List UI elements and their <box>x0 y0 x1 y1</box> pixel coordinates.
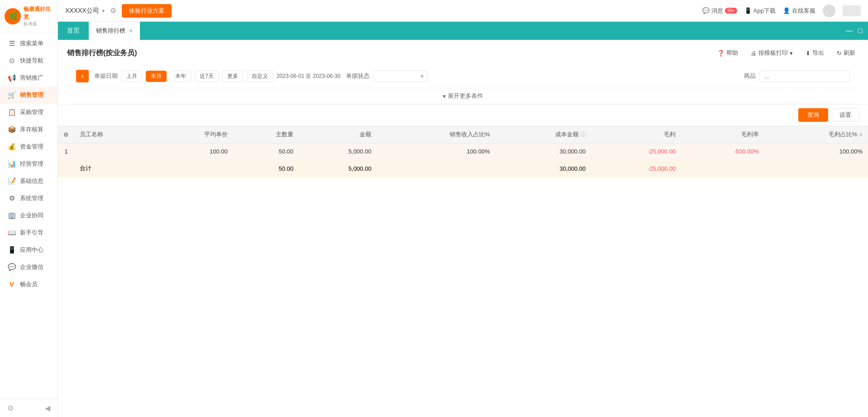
tab-minimize-icon[interactable]: — <box>845 27 853 35</box>
sidebar-item-wechat[interactable]: 💬 企业微信 <box>0 259 58 276</box>
app-download-label: App下载 <box>753 7 776 15</box>
print-icon: 🖨 <box>751 50 757 57</box>
user-avatar[interactable] <box>823 5 835 17</box>
tab-close-icon[interactable]: × <box>129 27 133 34</box>
expand-btn[interactable]: ▾ 展开更多条件 <box>443 92 483 100</box>
filter-year-btn[interactable]: 本年 <box>170 71 191 82</box>
print-label: 按模板打印 <box>758 49 788 57</box>
expand-icon: ▾ <box>443 93 446 100</box>
sidebar-item-label: 应用中心 <box>20 246 43 254</box>
app-download-icon: 📱 <box>744 7 752 14</box>
export-icon: ⬇ <box>806 50 810 57</box>
tab-maximize-icon[interactable]: □ <box>858 27 863 35</box>
footer-sales-pct <box>377 160 495 177</box>
sidebar-item-basics[interactable]: 📝 基础信息 <box>0 173 58 190</box>
sidebar-item-sales[interactable]: 🛒 销售管理 <box>0 86 58 104</box>
tab-home-label: 首页 <box>67 27 80 35</box>
message-button[interactable]: 💬 消息 99+ <box>702 7 737 15</box>
logo-area: 🌿 畅康通好生意 标准版 <box>0 0 58 33</box>
filter-toggle-button[interactable]: › <box>76 70 89 82</box>
sales-icon: 🛒 <box>7 91 16 99</box>
sidebar-item-purchase[interactable]: 📋 采购管理 <box>0 104 58 121</box>
query-button[interactable]: 查询 <box>798 108 828 122</box>
sidebar-item-app-center[interactable]: 📱 应用中心 <box>0 241 58 259</box>
online-service-button[interactable]: 👤 在线客服 <box>783 7 815 15</box>
filter-date-item: 单据日期 上月 本月 本年 近7天 更多 自定义 2023-06-01 至 20… <box>94 71 340 82</box>
filter-goods-label: 商品 <box>744 72 756 80</box>
sidebar-item-finance[interactable]: 💰 资金管理 <box>0 138 58 155</box>
page-header-top: 销售排行榜(按业务员) ❓ 帮助 🖨 按模板打印 ▾ ⬇ 导出 <box>67 47 859 59</box>
cell-name <box>74 144 153 160</box>
topbar-gear-button[interactable]: ⚙ <box>110 6 116 15</box>
sidebar-item-system[interactable]: ⚙ 系统管理 <box>0 190 58 207</box>
search-menu-icon: ☰ <box>7 39 16 48</box>
page-content: 销售排行榜(按业务员) ❓ 帮助 🖨 按模板打印 ▾ ⬇ 导出 <box>58 40 868 417</box>
help-icon: ❓ <box>717 50 724 57</box>
table-body: 1 100.00 50.00 5,000.00 100.00% 30,000.0… <box>58 144 868 160</box>
sidebar-item-beginner[interactable]: 📖 新手引导 <box>0 224 58 241</box>
refresh-button[interactable]: ↻ 刷新 <box>833 47 859 59</box>
col-profit-pct: 毛利占比% ⇅ <box>764 126 868 144</box>
filter-more-btn[interactable]: 更多 <box>222 71 243 82</box>
sidebar-item-operation[interactable]: 📊 经营管理 <box>0 155 58 173</box>
expand-label: 展开更多条件 <box>448 92 483 100</box>
export-button[interactable]: ⬇ 导出 <box>802 47 828 59</box>
filter-curr-month-btn[interactable]: 本月 <box>146 71 167 82</box>
col-settings[interactable]: ⚙ <box>58 126 74 144</box>
version-label: 标准版 <box>24 21 53 27</box>
sidebar-item-label: 企业协同 <box>20 211 43 220</box>
cost-amount-info-icon[interactable]: ⓘ <box>580 131 586 138</box>
refresh-label: 刷新 <box>844 49 855 57</box>
company-name: XXXXX公司 <box>65 7 99 15</box>
cell-sales-pct: 100.00% <box>377 144 495 160</box>
filter-7days-btn[interactable]: 近7天 <box>195 71 219 82</box>
app-download-button[interactable]: 📱 App下载 <box>744 7 776 15</box>
sales-ranking-table: ⚙ 员工名称 平均单价 主数量 金额 销售收入占比% 成本金额 ⓘ 毛利 毛利率… <box>58 126 868 177</box>
filter-goods-item: 商品 <box>744 71 850 82</box>
sidebar-item-marketing[interactable]: 📢 营销推广 <box>0 69 58 86</box>
message-badge: 99+ <box>725 8 737 14</box>
cell-profit-rate: -500.00% <box>681 144 764 160</box>
sidebar-item-quick-nav[interactable]: ⊙ 快捷导航 <box>0 52 58 69</box>
company-selector[interactable]: XXXXX公司 ▾ <box>65 7 105 15</box>
sidebar-settings-icon[interactable]: ⚙ <box>7 404 14 412</box>
footer-main-qty: 50.00 <box>233 160 299 177</box>
purchase-icon: 📋 <box>7 108 16 116</box>
action-bar: 查询 设置 <box>58 105 868 126</box>
footer-profit-rate <box>681 160 764 177</box>
table-container: ⚙ 员工名称 平均单价 主数量 金额 销售收入占比% 成本金额 ⓘ 毛利 毛利率… <box>58 126 868 417</box>
filter-status-wrapper <box>373 71 427 82</box>
print-button[interactable]: 🖨 按模板打印 ▾ <box>747 47 796 59</box>
sidebar-item-enterprise-coop[interactable]: 🏢 企业协同 <box>0 207 58 224</box>
online-service-icon: 👤 <box>783 7 790 14</box>
system-icon: ⚙ <box>7 194 16 202</box>
sidebar-item-inventory[interactable]: 📦 库存核算 <box>0 121 58 138</box>
setting-button[interactable]: 设置 <box>832 108 859 122</box>
filter-goods-input[interactable] <box>764 73 845 80</box>
trial-button[interactable]: 体验行业方案 <box>122 4 172 18</box>
col-profit: 毛利 <box>591 126 681 144</box>
col-main-qty: 主数量 <box>233 126 299 144</box>
filter-status-select[interactable] <box>373 71 427 82</box>
help-button[interactable]: ❓ 帮助 <box>714 47 742 59</box>
company-dropdown-arrow: ▾ <box>102 8 105 14</box>
filter-custom-btn[interactable]: 自定义 <box>247 71 273 82</box>
sidebar-item-member[interactable]: V 畅会员 <box>0 276 58 293</box>
wechat-icon: 💬 <box>7 263 16 271</box>
sidebar-collapse-icon[interactable]: ◀ <box>45 404 50 412</box>
expand-more-bar: ▾ 展开更多条件 <box>67 88 859 104</box>
table-row: 1 100.00 50.00 5,000.00 100.00% 30,000.0… <box>58 144 868 160</box>
footer-cost-amount: 30,000.00 <box>495 160 591 177</box>
tab-sales-ranking[interactable]: 销售排行榜 × <box>89 22 140 40</box>
profit-pct-sort-icon[interactable]: ⇅ <box>859 132 863 137</box>
sidebar-item-label: 搜索菜单 <box>20 39 43 48</box>
tab-home[interactable]: 首页 <box>58 22 89 40</box>
sidebar-item-search[interactable]: ☰ 搜索菜单 <box>0 35 58 52</box>
cell-cost-amount: 30,000.00 <box>495 144 591 160</box>
filter-prev-month-btn[interactable]: 上月 <box>121 71 142 82</box>
col-amount: 金额 <box>299 126 377 144</box>
sidebar-item-label: 经营管理 <box>20 160 43 168</box>
footer-avg-price <box>153 160 233 177</box>
col-avg-price: 平均单价 <box>153 126 233 144</box>
sidebar-item-label: 新手引导 <box>20 229 43 237</box>
